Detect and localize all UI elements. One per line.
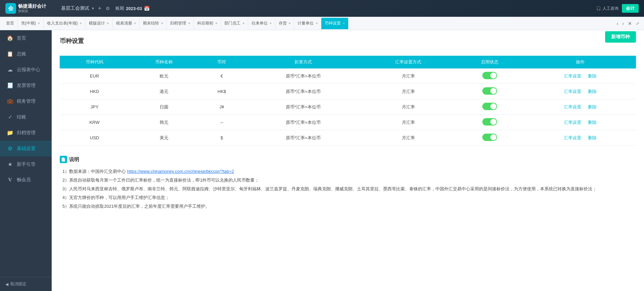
tab-tax[interactable]: 税表清册 × [113,18,140,29]
sidebar-item-settings[interactable]: ⚙ 基础设置 [0,141,52,156]
tab-dept[interactable]: 部门员工 × [221,18,248,29]
sidebar-label-ledger: 总账 [17,51,26,57]
tab-dept-label: 部门员工 [224,20,240,26]
headset-icon: 🎧 [596,6,601,11]
cell-name: 欧元 [129,68,199,84]
tab-income-close[interactable]: × [80,21,82,25]
rate-setting-link[interactable]: 汇率设置 [564,120,581,125]
rate-setting-link[interactable]: 汇率设置 [564,135,581,140]
cell-symbol: -- [199,115,245,130]
tab-currency-close[interactable]: × [343,21,345,25]
sidebar: 🏠 首页 📋 总账 ☁ 云报表中心 🧾 发票管理 💼 税务管理 ✓ 结账 📁 归… [0,30,52,291]
settings-sidebar-icon: ⚙ [7,145,13,152]
logo-text-block: 畅捷通好会计 旗舰版 [18,3,46,14]
enable-toggle[interactable] [482,87,497,95]
cell-name: 韩元 [129,115,199,130]
enable-toggle[interactable] [482,134,497,141]
sidebar-label-invoice: 发票管理 [17,83,36,89]
tab-archive-close[interactable]: × [188,21,190,25]
tab-subject-close[interactable]: × [215,21,217,25]
enable-toggle[interactable] [482,103,497,110]
tab-archive[interactable]: 归档管理 × [167,18,194,29]
member-icon: V [7,177,13,183]
sidebar-item-invoice[interactable]: 🧾 发票管理 [0,78,52,93]
sidebar-item-checkout[interactable]: ✓ 结账 [0,109,52,125]
sidebar-item-guide[interactable]: ★ 新手引导 [0,156,52,172]
tab-home[interactable]: 首页 [3,18,18,29]
tab-inventory[interactable]: 存货 × [275,18,294,29]
tab-expand-icon[interactable]: ⤢ [634,21,641,26]
cell-action: 汇率设置 删除 [525,68,636,84]
cell-status [455,68,524,84]
ledger-icon: 📋 [7,51,13,57]
tab-voucher-close[interactable]: × [38,21,40,25]
th-symbol: 币符 [199,56,245,68]
table-row: HKD 港元 HK$ 原币*汇率=本位币 月汇率 汇率设置 删除 [60,84,636,99]
sidebar-item-archive[interactable]: 📁 归档管理 [0,125,52,141]
enable-toggle[interactable] [482,118,497,126]
tab-template-close[interactable]: × [107,21,109,25]
delete-link[interactable]: 删除 [588,104,597,109]
cell-calc: 原币*汇率=本位币 [245,115,362,130]
toggle-wrap[interactable] [482,134,497,141]
tab-income[interactable]: 收入支出表(年报) × [44,18,86,29]
service-button[interactable]: 🎧 人工咨询 [596,6,619,11]
cell-rate-type: 月汇率 [362,84,455,99]
toggle-wrap[interactable] [482,72,497,79]
table-row: EUR 欧元 € 原币*汇率=本位币 月汇率 汇率设置 删除 [60,68,636,84]
app-name: 畅捷通好会计 [18,3,46,9]
sidebar-item-member[interactable]: V 畅会员 [0,172,52,188]
tab-partner-close[interactable]: × [270,21,272,25]
tab-unit[interactable]: 计量单位 × [294,18,321,29]
sidebar-item-tax[interactable]: 💼 税务管理 [0,93,52,109]
rate-setting-link[interactable]: 汇率设置 [564,74,581,79]
delete-link[interactable]: 删除 [588,120,597,125]
tab-template[interactable]: 模版设计 × [86,18,113,29]
archive-icon: 📁 [7,130,13,136]
content-area: 币种设置 新增币种 币种代码 币种名称 币符 折算方式 汇率设置方式 启用状态 … [52,30,644,291]
settings-icon[interactable]: ⚙ [106,6,110,11]
delete-link[interactable]: 删除 [588,74,597,79]
tab-tax-close[interactable]: × [134,21,136,25]
tab-unit-close[interactable]: × [316,21,318,25]
tab-inventory-close[interactable]: × [289,21,291,25]
toggle-wrap[interactable] [482,118,497,126]
cell-calc: 原币*汇率=本位币 [245,84,362,99]
add-tab-icon[interactable]: + [98,5,102,12]
tab-partner[interactable]: 往来单位 × [248,18,275,29]
tab-prev-icon[interactable]: ‹ [615,21,621,26]
tab-next-icon[interactable]: › [620,21,626,26]
notes-link[interactable]: https://www.chinamoney.com.cn/chinese/bk… [127,169,234,174]
tab-currency[interactable]: 币种设置 × [321,18,348,29]
sidebar-pin-toggle[interactable]: ◀ 取消固定 [0,277,52,291]
th-action: 操作 [525,56,636,68]
toggle-wrap[interactable] [482,103,497,110]
cell-name: 美元 [129,130,199,146]
tab-period-end[interactable]: 期末结转 × [140,18,167,29]
rate-setting-link[interactable]: 汇率设置 [564,89,581,94]
enable-toggle[interactable] [482,72,497,79]
delete-link[interactable]: 删除 [588,89,597,94]
tab-home-label: 首页 [6,20,14,26]
tab-dept-close[interactable]: × [243,21,245,25]
pin-icon: ◀ [5,282,8,287]
rate-setting-link[interactable]: 汇率设置 [564,104,581,109]
tab-income-label: 收入支出表(年报) [47,20,78,26]
account-button[interactable]: 会计 [622,4,639,13]
tab-subject[interactable]: 科目期初 × [194,18,221,29]
sidebar-item-ledger[interactable]: 📋 总账 [0,46,52,62]
sidebar-item-reports[interactable]: ☁ 云报表中心 [0,62,52,78]
tab-subject-label: 科目期初 [197,20,213,26]
page-title: 币种设置 [60,37,84,45]
company-dropdown-icon[interactable]: ▾ [92,6,94,11]
delete-link[interactable]: 删除 [588,135,597,140]
calendar-icon[interactable]: 📅 [144,6,150,11]
toggle-wrap[interactable] [482,87,497,95]
tab-close-all-icon[interactable]: ✕ [626,21,634,26]
tab-voucher[interactable]: 凭(中期) × [18,18,44,29]
service-label: 人工咨询 [602,6,619,11]
tab-period-end-close[interactable]: × [161,21,163,25]
sidebar-item-home[interactable]: 🏠 首页 [0,30,52,46]
cell-symbol: HK$ [199,84,245,99]
new-currency-button[interactable]: 新增币种 [605,31,636,43]
